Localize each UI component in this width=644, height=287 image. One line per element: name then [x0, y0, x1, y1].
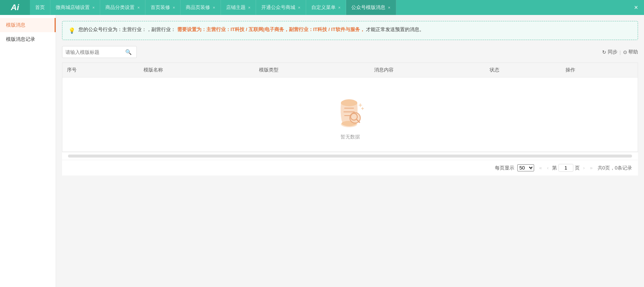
svg-point-1 — [341, 100, 357, 106]
per-page-label: 每页显示 — [495, 165, 514, 171]
col-status: 状态 — [485, 63, 561, 77]
search-bar: 🔍 ↻ 同步 | ⊙ 帮助 — [62, 46, 638, 58]
top-nav-bar: Ai 首页微商城店铺设置 ×商品分类设置 ×首页装修 ×商品页装修 ×店铺主题 … — [0, 0, 644, 15]
search-left: 🔍 — [62, 46, 137, 58]
col-name: 模版名称 — [139, 63, 255, 77]
page-unit: 页 — [575, 165, 580, 171]
nav-tabs: 首页微商城店铺设置 ×商品分类设置 ×首页装修 ×商品页装修 ×店铺主题 ×开通… — [30, 0, 628, 15]
table-header-row: 序号模版名称模版类型消息内容状态操作 — [62, 63, 638, 77]
first-page-button[interactable]: « — [537, 164, 543, 171]
tab-mall[interactable]: 开通公众号商城 × — [256, 0, 306, 15]
search-right: ↻ 同步 | ⊙ 帮助 — [602, 49, 638, 55]
prev-page-button[interactable]: ‹ — [545, 164, 551, 171]
col-content: 消息内容 — [370, 63, 485, 77]
empty-state: 暂无数据 — [62, 77, 638, 152]
notice-text: 您的公众号行业为：主营行业：，副营行业： 需要设置为：主营行业：IT科技 / 互… — [78, 26, 424, 34]
tab-template[interactable]: 公众号模版消息 × — [346, 0, 396, 15]
empty-state-row: 暂无数据 — [62, 77, 638, 152]
page-input-wrap — [558, 164, 573, 172]
page-label: 第 — [552, 165, 557, 171]
sidebar-item-template-record[interactable]: 模版消息记录 — [0, 32, 56, 46]
empty-illustration — [330, 92, 371, 134]
tab-close-category[interactable]: × — [137, 5, 139, 10]
scrollbar-thumb[interactable] — [68, 155, 632, 158]
total-info: 共0页，0条记录 — [598, 165, 632, 171]
tab-close-homepage[interactable]: × — [173, 5, 175, 10]
col-seq: 序号 — [62, 63, 139, 77]
tab-close-menu[interactable]: × — [338, 5, 341, 10]
tab-weshop[interactable]: 微商城店铺设置 × — [50, 0, 100, 15]
col-action: 操作 — [561, 63, 638, 77]
data-table: 序号模版名称模版类型消息内容状态操作 — [62, 62, 638, 152]
divider: | — [620, 49, 621, 55]
tab-product[interactable]: 商品页装修 × — [181, 0, 221, 15]
tab-close-mall[interactable]: × — [298, 5, 300, 10]
app-logo: Ai — [0, 0, 30, 15]
tab-homepage[interactable]: 首页装修 × — [145, 0, 181, 15]
search-input[interactable] — [65, 49, 125, 55]
global-close-button[interactable]: × — [628, 0, 644, 15]
next-page-button[interactable]: › — [581, 164, 586, 171]
current-page-input[interactable] — [558, 164, 573, 172]
sync-button[interactable]: ↻ 同步 — [602, 49, 617, 55]
horizontal-scrollbar[interactable] — [62, 152, 638, 160]
help-button[interactable]: ⊙ 帮助 — [623, 49, 638, 55]
pag-nav: « ‹ 第 页 › » — [537, 164, 594, 172]
tab-home[interactable]: 首页 — [30, 0, 50, 15]
help-icon: ⊙ — [623, 49, 627, 55]
bulb-icon: 💡 — [68, 26, 76, 35]
tab-category[interactable]: 商品分类设置 × — [100, 0, 145, 15]
search-input-wrap[interactable]: 🔍 — [62, 46, 137, 58]
tab-menu[interactable]: 自定义菜单 × — [306, 0, 346, 15]
tab-close-product[interactable]: × — [213, 5, 215, 10]
tab-theme[interactable]: 店铺主题 × — [221, 0, 256, 15]
content-area: 💡 您的公众号行业为：主营行业：，副营行业： 需要设置为：主营行业：IT科技 /… — [56, 15, 644, 287]
tab-close-weshop[interactable]: × — [92, 5, 95, 10]
tab-close-theme[interactable]: × — [248, 5, 250, 10]
last-page-button[interactable]: » — [588, 164, 594, 171]
per-page-select-wrap[interactable]: 50 20 100 — [517, 164, 534, 171]
tab-close-template[interactable]: × — [388, 5, 390, 10]
notice-banner: 💡 您的公众号行业为：主营行业：，副营行业： 需要设置为：主营行业：IT科技 /… — [62, 21, 638, 40]
per-page-select[interactable]: 50 20 100 — [517, 164, 534, 171]
sidebar: 模版消息模版消息记录 — [0, 15, 56, 287]
col-type: 模版类型 — [255, 63, 370, 77]
pagination-bar: 每页显示 50 20 100 « ‹ 第 页 › » 共0页，0条记录 — [62, 160, 638, 175]
search-icon[interactable]: 🔍 — [125, 49, 132, 55]
empty-text: 暂无数据 — [341, 134, 360, 140]
sidebar-item-template-msg[interactable]: 模版消息 — [0, 18, 56, 32]
sync-icon: ↻ — [602, 49, 606, 55]
main-layout: 模版消息模版消息记录 💡 您的公众号行业为：主营行业：，副营行业： 需要设置为：… — [0, 15, 644, 287]
